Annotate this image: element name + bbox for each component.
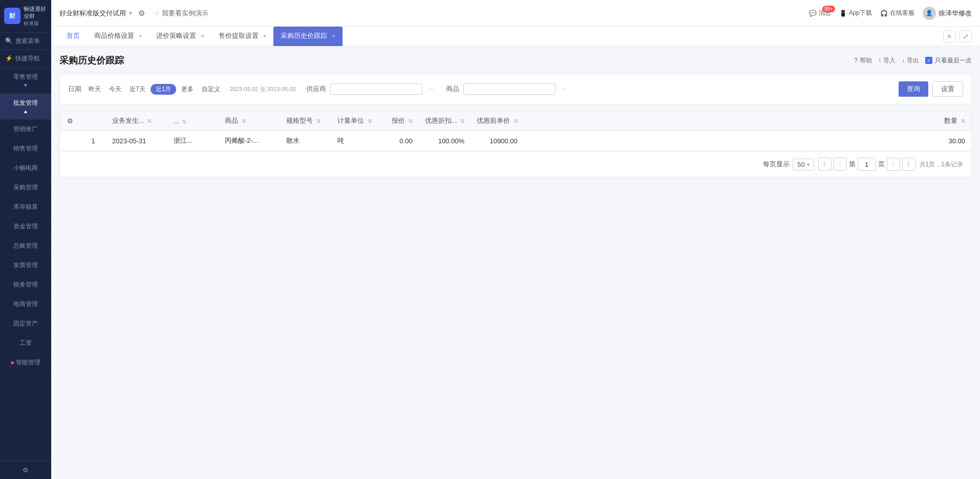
page-actions: ? 帮助 ↑ 导入 ↓ 导出 ✓ 只看最后一次 [854,56,972,65]
import-icon: ↑ [878,57,881,64]
date-opt-today[interactable]: 今天 [106,84,124,95]
sidebar-item-label: 固定资产 [13,319,38,328]
tab-strategy[interactable]: 进价策略设置 × [149,27,211,46]
sidebar-item-label: 批发管理 [13,99,38,107]
tab-home[interactable]: 首页 [59,27,87,46]
supplier-more-btn[interactable]: ··· [427,85,436,93]
per-page-dropdown[interactable]: 50 ▾ [793,159,814,170]
dropdown-arrow-icon: ▾ [807,162,809,167]
col-unit[interactable]: 计量单位 ⇅ [331,111,378,131]
sidebar-item-purchase[interactable]: 采购管理 [0,178,51,198]
sidebar-item-finance[interactable]: 资金管理 [0,217,51,236]
tab-purchase-history-close[interactable]: × [332,33,335,39]
sidebar-item-inventory[interactable]: 库存核算 [0,198,51,217]
tab-purchase-history[interactable]: 采购历史价跟踪 × [273,27,342,46]
col-price[interactable]: 报价 ⇅ [378,111,419,131]
col-product[interactable]: 商品 ⇅ [219,111,280,131]
sidebar-item-wholesale[interactable]: 批发管理 ▲ [0,94,51,120]
sort-icon-3: ⇅ [242,118,246,124]
demo-btn[interactable]: ○ 我要看实例演示 [155,9,208,18]
sidebar-item-sales[interactable]: 销售管理 [0,139,51,159]
tab-expand-btn[interactable]: ⤢ [960,30,972,42]
sidebar-item-tax[interactable]: 税务管理 [0,275,51,295]
supplier-input-wrap[interactable] [330,83,422,95]
tab-price-close[interactable]: × [139,33,142,39]
date-opt-last7[interactable]: 近7天 [126,84,148,95]
sidebar-item-marketing[interactable]: 营销推广 [0,120,51,139]
first-page-btn[interactable]: ⟪ [818,158,832,171]
search-icon: 🔍 [5,37,13,45]
sidebar-item-smart[interactable]: 智能管理 [0,353,51,373]
supplier-input[interactable] [335,85,418,93]
chevron-up-icon: ▲ [23,108,28,114]
product-input[interactable] [468,85,551,93]
edition-selector[interactable]: 好业财标准版交付试用 ▾ [59,9,132,18]
chevron-down-icon: ▼ [23,82,28,88]
tab-sale-price-close[interactable]: × [263,33,266,39]
help-btn[interactable]: ? 帮助 [854,56,872,65]
sort-icon-7: ⇅ [460,118,464,124]
export-btn[interactable]: ↓ 导出 [902,56,919,65]
date-filter-label: 日期 [68,84,81,94]
row-supplier: 浙江... [167,131,219,151]
product-input-wrap[interactable] [463,83,556,95]
tab-price[interactable]: 商品价格设置 × [87,27,149,46]
checkbox-checked-icon: ✓ [925,57,932,64]
main-area: 好业财标准版交付试用 ▾ ⚙ ○ 我要看实例演示 💬 消息 99+ 📱 App下… [51,0,980,479]
message-btn[interactable]: 💬 消息 99+ [809,9,831,17]
query-btn[interactable]: 查询 [899,81,928,97]
sidebar-item-fixed-asset[interactable]: 固定资产 [0,314,51,334]
page-input[interactable] [858,158,876,171]
sidebar-item-ecommerce[interactable]: 电商管理 [0,295,51,314]
product-more-btn[interactable]: ··· [560,85,569,93]
date-opt-yesterday[interactable]: 昨天 [86,84,104,95]
product-filter-group: 商品 ··· [446,83,569,95]
sidebar-search[interactable]: 🔍 搜索菜单 [0,33,51,50]
page-nav: ⟪ ‹ 第 页 › ⟫ [818,158,915,171]
pagination: 每页显示 50 ▾ ⟪ ‹ 第 页 › ⟫ 共1页，1条记录 [59,151,972,178]
sidebar-quicknav[interactable]: ⚡ 快捷导航 [0,50,51,68]
only-latest-checkbox[interactable]: ✓ 只看最后一次 [925,56,972,65]
col-preprice[interactable]: 优惠前单价 ⇅ [471,111,524,131]
sidebar-item-invoice[interactable]: 发票管理 [0,256,51,275]
date-opt-more[interactable]: 更多 [178,84,197,95]
tab-close-all-btn[interactable]: × [943,30,955,42]
last-page-btn[interactable]: ⟫ [902,158,915,171]
sort-icon-2: ⇅ [182,119,186,124]
sidebar-item-ledger[interactable]: 总账管理 [0,236,51,256]
col-settings[interactable]: ⚙ [60,111,80,131]
user-name: 徐泽华修改 [939,9,972,18]
import-btn[interactable]: ↑ 导入 [878,56,896,65]
date-filter-group: 日期 昨天 今天 近7天 近1月 更多 自定义 2023-05-02 至 202… [68,84,296,95]
col-qty-label: 数量 [944,117,957,124]
next-page-btn[interactable]: › [887,158,900,171]
col-more-header[interactable]: ... ⇅ [167,111,219,131]
col-date[interactable]: 业务发生... ⇅ [106,111,167,131]
col-discount[interactable]: 优惠折扣... ⇅ [419,111,471,131]
filter-settings-btn[interactable]: 设置 [932,81,963,97]
help-icon: ? [854,57,858,64]
topbar-settings-icon[interactable]: ⚙ [138,9,145,18]
col-preprice-label: 优惠前单价 [477,117,510,124]
tab-strategy-close[interactable]: × [201,33,204,39]
app-download-btn[interactable]: 📱 App下载 [839,9,872,17]
sidebar-item-label: 电商管理 [13,300,38,309]
col-qty[interactable]: 数量 ⇅ [524,111,971,131]
data-table: ⚙ 业务发生... ⇅ ... ⇅ 商品 ⇅ [60,111,971,151]
sidebar-item-retail[interactable]: 零售管理 ▼ [0,68,51,94]
quicknav-icon: ⚡ [5,55,13,62]
sidebar-settings-btn[interactable]: ⚙ [0,461,51,479]
user-menu[interactable]: 👤 徐泽华修改 [923,7,972,20]
tab-sale-price[interactable]: 售价提取设置 × [211,27,273,46]
row-settings[interactable] [60,131,80,151]
online-service-btn[interactable]: 🎧 在线客服 [880,9,914,17]
date-opt-custom[interactable]: 自定义 [199,84,223,95]
col-spec[interactable]: 规格型号 ⇅ [280,111,331,131]
table-wrap: ⚙ 业务发生... ⇅ ... ⇅ 商品 ⇅ [59,111,972,151]
prev-page-btn[interactable]: ‹ [834,158,847,171]
edition-label: 好业财标准版交付试用 [59,9,126,18]
sort-icon-5: ⇅ [368,118,372,124]
sidebar-item-ecommerce-small[interactable]: 小畅电商 [0,159,51,178]
sidebar-item-payroll[interactable]: 工资 [0,334,51,353]
date-opt-last1m[interactable]: 近1月 [151,84,177,95]
